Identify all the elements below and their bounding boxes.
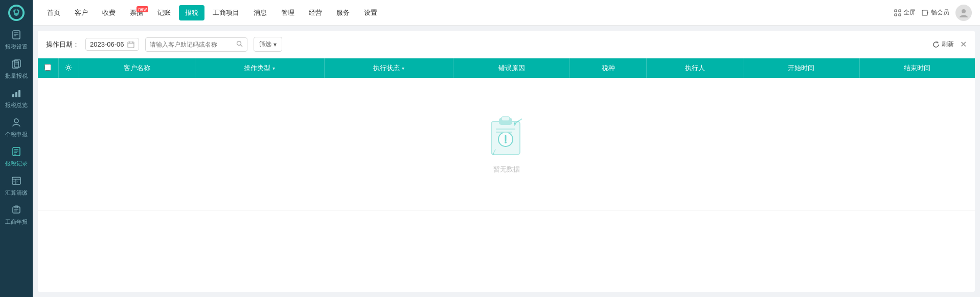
- refresh-label: 刷新: [942, 40, 954, 49]
- logo-icon: [8, 5, 25, 21]
- calendar-icon: [127, 41, 134, 48]
- nav-right: 全屏 畅会员: [894, 5, 972, 21]
- nav-item-kehu[interactable]: 客户: [69, 5, 94, 20]
- sidebar-item-baoshui-shezhi[interactable]: 报税设置: [0, 26, 33, 55]
- sidebar-item-label: 报税设置: [5, 43, 28, 51]
- empty-state-cell: 暂无数据: [38, 78, 975, 210]
- sidebar-item-baoshui-jilu[interactable]: 报税记录: [0, 142, 33, 172]
- svg-line-41: [240, 45, 242, 47]
- nav-item-shezhi[interactable]: 设置: [358, 5, 383, 20]
- sort-icon: ▾: [272, 66, 275, 71]
- search-button[interactable]: [232, 38, 247, 51]
- sidebar-logo: [0, 0, 33, 26]
- sidebar-item-label: 批量报税: [5, 72, 28, 80]
- nav-item-piaoju[interactable]: 票据 new: [124, 5, 149, 20]
- member-btn[interactable]: 畅会员: [922, 8, 949, 17]
- video-icon: [922, 9, 929, 16]
- sidebar-item-baoshui-zonglang[interactable]: 报税总览: [0, 84, 33, 113]
- filter-label: 筛选: [259, 40, 271, 49]
- th-jieshu-shijian: 结束时间: [859, 58, 975, 78]
- chevron-down-icon: ▾: [274, 41, 277, 48]
- svg-point-1: [15, 10, 18, 13]
- refresh-button[interactable]: 刷新: [932, 40, 954, 49]
- filter-button[interactable]: 筛选 ▾: [254, 37, 282, 52]
- th-zhixingren: 执行人: [647, 58, 743, 78]
- sort-icon: ▾: [402, 66, 404, 71]
- sidebar-item-gongshang-nianbao[interactable]: 工商年报: [0, 201, 33, 230]
- svg-point-42: [67, 66, 70, 69]
- nav-item-guanli[interactable]: 管理: [275, 5, 301, 20]
- sidebar-item-label: 报税总览: [5, 101, 28, 109]
- svg-point-48: [505, 141, 507, 143]
- svg-rect-29: [899, 10, 901, 12]
- svg-rect-36: [128, 42, 134, 48]
- nav-item-shouye[interactable]: 首页: [41, 5, 66, 20]
- svg-rect-14: [13, 147, 20, 156]
- nav-item-jizhang[interactable]: 记账: [151, 5, 177, 20]
- settings-icon: [65, 64, 72, 71]
- main-panel: 操作日期： 2023-06-06: [38, 31, 975, 292]
- sidebar-item-label: 报税记录: [5, 160, 28, 167]
- empty-state-row: 暂无数据: [38, 78, 975, 210]
- sidebar: 报税设置 批量报税 报税总览: [0, 0, 33, 297]
- piaoju-new-badge: new: [136, 6, 148, 13]
- th-checkbox[interactable]: [38, 58, 58, 78]
- geshuishenqing-icon: [11, 117, 21, 129]
- table-header-row: 客户名称 操作类型 ▾ 执行状态 ▾ 错误原因 税种 执行人: [38, 58, 975, 78]
- sidebar-item-huisuan-jiaoshu[interactable]: + - 汇算清缴: [0, 172, 33, 201]
- th-zhixing-zhuangtai[interactable]: 执行状态 ▾: [324, 58, 453, 78]
- baoshui-jilu-icon: [11, 146, 21, 158]
- nav-item-baoshui[interactable]: 报税: [179, 5, 204, 20]
- baoshui-zonglang-icon: [11, 88, 21, 100]
- th-shuizhong: 税种: [569, 58, 647, 78]
- baoshui-shezhi-icon: [11, 30, 21, 41]
- svg-rect-2: [13, 31, 20, 39]
- svg-text:+: +: [13, 180, 15, 183]
- select-all-checkbox[interactable]: [44, 64, 51, 71]
- nav-item-shoufei[interactable]: 收费: [96, 5, 122, 20]
- svg-rect-30: [895, 14, 897, 16]
- nav-item-fuwu[interactable]: 服务: [330, 5, 356, 20]
- svg-point-54: [492, 153, 494, 155]
- date-value: 2023-06-06: [90, 40, 124, 48]
- fullscreen-icon: [894, 9, 901, 16]
- sidebar-item-label: 个税申报: [5, 131, 28, 138]
- toolbar: 操作日期： 2023-06-06: [38, 31, 975, 58]
- svg-point-40: [237, 41, 241, 45]
- content-area: 操作日期： 2023-06-06: [33, 26, 980, 297]
- svg-marker-33: [927, 12, 928, 14]
- svg-rect-28: [895, 10, 897, 12]
- user-avatar[interactable]: [955, 5, 972, 21]
- nav-item-jingying[interactable]: 经营: [303, 5, 328, 20]
- search-icon: [236, 40, 243, 47]
- sidebar-item-geshuishenqing[interactable]: 个税申报: [0, 113, 33, 142]
- svg-rect-31: [899, 14, 901, 16]
- fullscreen-btn[interactable]: 全屏: [894, 8, 916, 17]
- table-wrap: 客户名称 操作类型 ▾ 执行状态 ▾ 错误原因 税种 执行人: [38, 58, 975, 292]
- th-caozuo-leixing[interactable]: 操作类型 ▾: [195, 58, 324, 78]
- nav-item-gongshang-xiangmu[interactable]: 工商项目: [207, 5, 245, 20]
- th-cuowu-yuanyin: 错误原因: [453, 58, 569, 78]
- sidebar-item-piliang-baoshui[interactable]: 批量报税: [0, 55, 33, 84]
- svg-point-13: [14, 119, 18, 123]
- gongshang-nianbao-icon: [11, 205, 21, 217]
- th-settings[interactable]: [58, 58, 79, 78]
- svg-point-35: [962, 9, 966, 13]
- close-button[interactable]: ✕: [960, 39, 967, 49]
- sidebar-item-label: 工商年报: [5, 218, 28, 226]
- svg-text:-: -: [17, 180, 18, 183]
- huisuan-jiaoshu-icon: + -: [11, 176, 21, 187]
- date-picker[interactable]: 2023-06-06: [85, 38, 139, 51]
- table-body: 暂无数据: [38, 78, 975, 210]
- svg-rect-32: [922, 10, 927, 15]
- nav-item-xiaoxi[interactable]: 消息: [247, 5, 273, 20]
- svg-rect-11: [15, 92, 17, 97]
- search-field[interactable]: [145, 37, 247, 52]
- empty-clipboard-icon: [486, 114, 527, 160]
- search-input[interactable]: [146, 38, 232, 51]
- data-table: 客户名称 操作类型 ▾ 执行状态 ▾ 错误原因 税种 执行人: [38, 58, 975, 210]
- sidebar-item-label: 汇算清缴: [5, 189, 28, 197]
- refresh-icon: [932, 41, 940, 48]
- empty-state: 暂无数据: [44, 83, 969, 205]
- svg-rect-12: [18, 90, 20, 97]
